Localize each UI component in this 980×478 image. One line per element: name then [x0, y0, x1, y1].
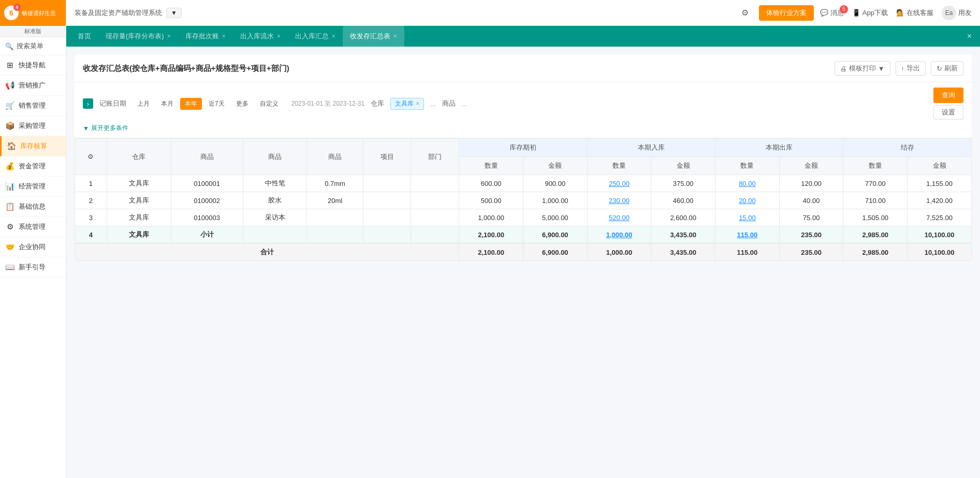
subtotal-in-qty[interactable]: 1,000.00: [587, 226, 651, 244]
sidebar-edition: 标准版: [0, 26, 66, 37]
total-label: 合计: [75, 243, 459, 261]
cell-out-qty[interactable]: 20.00: [715, 192, 780, 209]
export-button[interactable]: ↑ 导出: [896, 61, 926, 76]
query-section: 查询 设置: [933, 88, 963, 120]
logo-badge: 6: [13, 4, 21, 11]
filter-collapse-btn[interactable]: ›: [83, 98, 93, 109]
table-settings-icon[interactable]: ⚙: [87, 153, 94, 161]
tab-home[interactable]: 首页: [70, 26, 98, 47]
sidebar-item-label: 采购管理: [19, 121, 46, 131]
user-action[interactable]: Ea 用友: [942, 6, 972, 20]
tab-bar: 首页 现存量(库存分布表) × 库存批次账 × 出入库流水 × 出入库汇总 × …: [66, 26, 980, 47]
table-row: 3 文具库 0100003 采访本 1,000.00 5,000.00 520.…: [75, 209, 972, 226]
message-action[interactable]: 💬 消息 5: [820, 8, 844, 18]
tab-flow-close[interactable]: ×: [277, 33, 281, 40]
total-open-amt: 6,900.00: [523, 243, 587, 261]
warehouse-tag-text: 文具库: [395, 99, 414, 108]
cell-in-qty[interactable]: 520.00: [587, 209, 651, 226]
sidebar-item-label: 库存核算: [20, 141, 47, 151]
th-out-qty: 数量: [715, 157, 780, 175]
tab-stock-dist[interactable]: 现存量(库存分布表) ×: [98, 26, 178, 47]
app-download-action[interactable]: 📱 App下载: [852, 8, 888, 18]
table-row: 1 文具库 0100001 中性笔 0.7mm 600.00 900.00 25…: [75, 175, 972, 192]
th-settings[interactable]: ⚙: [75, 139, 107, 175]
date-btn-this-year[interactable]: 本年: [180, 98, 202, 110]
page-actions: 🖨 模板打印 ▼ ↑ 导出 ↻ 刷新: [835, 61, 963, 76]
cell-dept: [411, 192, 459, 209]
expand-row: ▼ 展开更多条件: [83, 124, 963, 133]
warehouse-more[interactable]: ...: [430, 100, 436, 108]
warehouse-tag-remove[interactable]: ×: [416, 100, 419, 107]
sidebar-item-system[interactable]: ⚙ 系统管理: [0, 217, 66, 237]
tab-flow[interactable]: 出入库流水 ×: [233, 26, 288, 47]
th-opening: 库存期初: [459, 139, 587, 157]
date-btn-last-month[interactable]: 上月: [133, 98, 154, 110]
logo-text: 畅捷通好生意: [22, 9, 56, 17]
total-close-qty: 2,985.00: [843, 243, 908, 261]
th-in: 本期入库: [587, 139, 715, 157]
subtotal-label: 小计: [171, 226, 243, 244]
date-btn-more[interactable]: 更多: [231, 98, 253, 110]
cell-dept: [411, 175, 459, 192]
subtotal-open-amt: 6,900.00: [523, 226, 587, 244]
refresh-label: 刷新: [944, 64, 958, 73]
tab-bar-close-all[interactable]: ×: [963, 32, 976, 41]
tab-stock-dist-close[interactable]: ×: [167, 33, 171, 40]
sidebar-item-purchase[interactable]: 📦 采购管理: [0, 116, 66, 136]
purchase-icon: 📦: [5, 121, 14, 131]
cell-name: 中性笔: [243, 175, 307, 192]
service-action[interactable]: 💁 在线客服: [896, 8, 933, 18]
search-menu-item[interactable]: 🔍 搜索菜单: [0, 37, 66, 55]
sidebar-item-quick-nav[interactable]: ⊞ 快捷导航: [0, 55, 66, 76]
sidebar-item-label: 基础信息: [19, 202, 46, 211]
sidebar-item-operation[interactable]: 📊 经营管理: [0, 177, 66, 197]
date-btn-custom[interactable]: 自定义: [255, 98, 283, 110]
sidebar-item-finance[interactable]: 💰 资金管理: [0, 156, 66, 177]
sidebar-item-basic[interactable]: 📋 基础信息: [0, 197, 66, 217]
cell-in-amt: 375.00: [651, 175, 715, 192]
sidebar-item-corp[interactable]: 🤝 企业协同: [0, 237, 66, 257]
sidebar-item-marketing[interactable]: 📢 营销推广: [0, 76, 66, 96]
export-icon: ↑: [901, 65, 905, 73]
cell-code: 0100003: [171, 209, 243, 226]
cell-out-qty[interactable]: 15.00: [715, 209, 780, 226]
subtotal-num: 4: [75, 226, 107, 244]
sidebar-item-guide[interactable]: 📖 新手引导: [0, 257, 66, 278]
tab-recv-send[interactable]: 收发存汇总表 ×: [343, 26, 404, 47]
gear-button[interactable]: ⚙: [737, 5, 753, 21]
cell-out-qty[interactable]: 80.00: [715, 175, 780, 192]
system-title-dropdown[interactable]: ▼: [166, 8, 182, 18]
date-btn-this-month[interactable]: 本月: [156, 98, 178, 110]
total-in-qty: 1,000.00: [587, 243, 651, 261]
tab-home-label: 首页: [78, 32, 91, 41]
th-close-amt: 金额: [908, 157, 972, 175]
cell-spec: 20ml: [307, 192, 363, 209]
tab-batch[interactable]: 库存批次账 ×: [178, 26, 233, 47]
total-close-amt: 10,100.00: [908, 243, 972, 261]
cell-in-qty[interactable]: 250.00: [587, 175, 651, 192]
query-button[interactable]: 查询: [933, 88, 963, 103]
tab-batch-close[interactable]: ×: [222, 33, 226, 40]
tab-summary[interactable]: 出入库汇总 ×: [288, 26, 343, 47]
cell-in-qty[interactable]: 230.00: [587, 192, 651, 209]
tab-recv-send-close[interactable]: ×: [393, 33, 397, 40]
print-button[interactable]: 🖨 模板打印 ▼: [835, 61, 890, 76]
cell-close-qty: 710.00: [843, 192, 908, 209]
th-in-qty: 数量: [587, 157, 651, 175]
cell-open-amt: 5,000.00: [523, 209, 587, 226]
date-shortcuts: 上月 本月 本年 近7天 更多 自定义: [133, 98, 283, 110]
refresh-button[interactable]: ↻ 刷新: [931, 61, 963, 76]
tab-summary-close[interactable]: ×: [332, 33, 335, 40]
export-label: 导出: [906, 64, 920, 73]
date-btn-7days[interactable]: 近7天: [204, 98, 229, 110]
expand-conditions-btn[interactable]: ▼ 展开更多条件: [83, 124, 963, 133]
app-icon: 📱: [852, 9, 860, 17]
sidebar-item-sales[interactable]: 🛒 销售管理: [0, 96, 66, 116]
goods-more[interactable]: ...: [462, 100, 467, 108]
sidebar-item-inventory[interactable]: 🏠 库存核算: [0, 136, 66, 156]
cell-num: 3: [75, 209, 107, 226]
set-button[interactable]: 设置: [933, 105, 963, 120]
tab-batch-label: 库存批次账: [185, 32, 219, 41]
subtotal-out-qty[interactable]: 115.00: [715, 226, 780, 244]
experience-button[interactable]: 体验行业方案: [759, 5, 814, 21]
